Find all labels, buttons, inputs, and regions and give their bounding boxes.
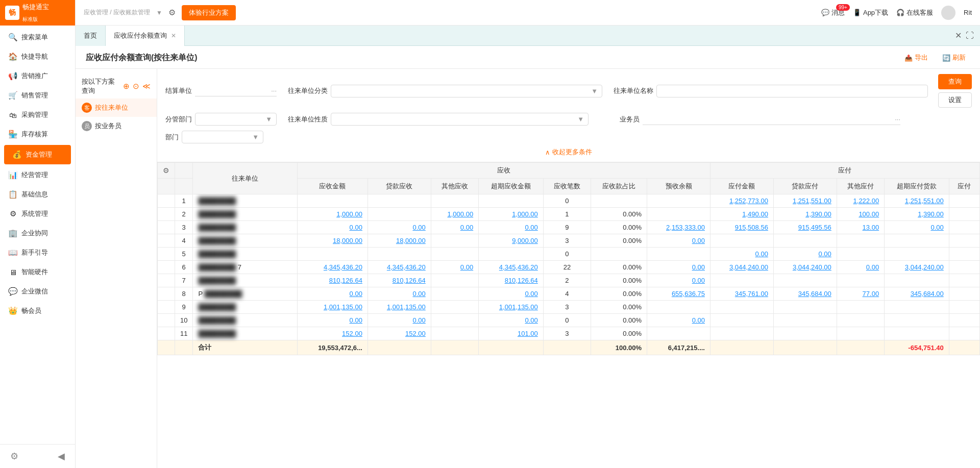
- cell-ar-amount[interactable]: 810,126.64: [298, 274, 368, 287]
- cell-ar-other[interactable]: [431, 194, 478, 208]
- collapse-more-button[interactable]: ∧ 收起更多条件: [165, 147, 972, 157]
- cell-ap-other[interactable]: 77.00: [837, 287, 884, 301]
- cell-ar-other[interactable]: 1,000.00: [431, 208, 478, 221]
- cell-ar-overdue[interactable]: 9,000.00: [479, 234, 544, 248]
- sidebar-item-operation[interactable]: 📊 经营管理: [0, 165, 75, 185]
- cell-ar-loan[interactable]: 0.00: [368, 221, 431, 234]
- export-button[interactable]: 📤 导出: [900, 51, 932, 64]
- cell-ar-other[interactable]: [431, 234, 478, 248]
- cell-ar-overdue[interactable]: 810,126.64: [479, 274, 544, 287]
- online-service-button[interactable]: 🎧 在线客服: [896, 8, 933, 17]
- partner-category-select[interactable]: ▼: [331, 85, 602, 97]
- cell-ap-loan[interactable]: 1,390.00: [773, 208, 837, 221]
- sidebar-item-basic-info[interactable]: 📋 基础信息: [0, 185, 75, 204]
- partner-nature-select[interactable]: ▼: [331, 113, 589, 126]
- cell-ap-loan[interactable]: 345,684.00: [773, 287, 837, 301]
- cell-ar-amount[interactable]: [298, 194, 368, 208]
- cell-prepay[interactable]: [647, 194, 710, 208]
- cell-ar-overdue[interactable]: 1,001,135.00: [479, 301, 544, 314]
- cell-ap-loan[interactable]: 1,251,551.00: [773, 194, 837, 208]
- username[interactable]: Rit: [964, 9, 972, 16]
- cell-ar-amount[interactable]: 0.00: [298, 287, 368, 301]
- sidebar-item-purchase[interactable]: 🛍 采购管理: [0, 105, 75, 125]
- sidebar-item-quick-nav[interactable]: 🏠 快捷导航: [0, 47, 75, 66]
- sidebar-item-search[interactable]: 🔍 搜索菜单: [0, 28, 75, 47]
- cell-ar-amount[interactable]: 152.00: [298, 327, 368, 340]
- cell-ar-overdue[interactable]: [479, 194, 544, 208]
- cell-ar-overdue[interactable]: 0.00: [479, 287, 544, 301]
- sidebar-item-guide[interactable]: 📖 新手引导: [0, 243, 75, 262]
- cell-ap-overdue[interactable]: 3,044,240.00: [885, 261, 949, 274]
- cell-prepay[interactable]: 2,153,333.00: [647, 221, 710, 234]
- partner-name-input[interactable]: [656, 85, 928, 97]
- sidebar-item-finance[interactable]: 💰 资金管理: [4, 145, 71, 164]
- cell-ar-amount[interactable]: 18,000.00: [298, 234, 368, 248]
- cell-ar-loan[interactable]: [368, 208, 431, 221]
- sidebar-item-system[interactable]: ⚙ 系统管理: [0, 204, 75, 224]
- cell-prepay[interactable]: 0.00: [647, 234, 710, 248]
- cell-ap-overdue[interactable]: 1,251,551.00: [885, 194, 949, 208]
- breadcrumb-chevron[interactable]: ▼: [156, 9, 162, 16]
- cell-ap-amount[interactable]: 0.00: [710, 248, 773, 261]
- cell-ap-amount[interactable]: 345,761.00: [710, 287, 773, 301]
- cell-ar-overdue[interactable]: 0.00: [479, 221, 544, 234]
- app-download-button[interactable]: 📱 App下载: [853, 8, 888, 17]
- cell-ar-loan[interactable]: 1,001,135.00: [368, 301, 431, 314]
- scheme-by-partner[interactable]: 客 按往来单位: [76, 98, 157, 117]
- user-avatar[interactable]: [941, 6, 955, 20]
- scheme-collapse-icon[interactable]: ≪: [142, 82, 151, 91]
- cell-ar-loan[interactable]: 0.00: [368, 287, 431, 301]
- cell-ap-loan[interactable]: 3,044,240.00: [773, 261, 837, 274]
- sidebar-collapse-button[interactable]: ◀: [58, 451, 65, 462]
- sidebar-item-hardware[interactable]: 🖥 智能硬件: [0, 262, 75, 282]
- sidebar-item-member[interactable]: 👑 畅会员: [0, 301, 75, 321]
- cell-ar-loan[interactable]: 18,000.00: [368, 234, 431, 248]
- refresh-button[interactable]: 🔄 刷新: [938, 51, 970, 64]
- tab-fullscreen-icon[interactable]: ⛶: [966, 31, 974, 40]
- cell-ap-other[interactable]: 1,222.00: [837, 194, 884, 208]
- table-settings-icon[interactable]: ⚙: [163, 166, 169, 175]
- cell-ap-other[interactable]: 0.00: [837, 261, 884, 274]
- cell-ar-loan[interactable]: [368, 194, 431, 208]
- tab-home[interactable]: 首页: [76, 26, 106, 46]
- cell-ar-amount[interactable]: 1,001,135.00: [298, 301, 368, 314]
- cell-ap-loan[interactable]: 0.00: [773, 248, 837, 261]
- cell-ar-loan[interactable]: 810,126.64: [368, 274, 431, 287]
- sidebar-item-wechat[interactable]: 💬 企业微信: [0, 282, 75, 301]
- add-scheme-icon[interactable]: ⊕: [123, 82, 130, 91]
- sidebar-gear-button[interactable]: ⚙: [10, 451, 18, 462]
- tab-close-icon[interactable]: ✕: [171, 32, 176, 39]
- cell-ar-loan[interactable]: 4,345,436.20: [368, 261, 431, 274]
- cell-ar-overdue[interactable]: 0.00: [479, 314, 544, 327]
- scheme-by-salesperson[interactable]: 员 按业务员: [76, 117, 157, 135]
- sidebar-item-enterprise[interactable]: 🏢 企业协同: [0, 224, 75, 243]
- cell-prepay[interactable]: [647, 208, 710, 221]
- tab-close-window-icon[interactable]: ✕: [955, 31, 962, 40]
- cell-ap-loan[interactable]: 915,495.56: [773, 221, 837, 234]
- cell-ap-amount[interactable]: 3,044,240.00: [710, 261, 773, 274]
- sidebar-item-marketing[interactable]: 📢 营销推广: [0, 66, 75, 86]
- promo-button[interactable]: 体验行业方案: [182, 5, 236, 20]
- cell-ar-other[interactable]: 0.00: [431, 221, 478, 234]
- cell-ar-overdue[interactable]: 101.00: [479, 327, 544, 340]
- cell-ar-overdue[interactable]: 1,000.00: [479, 208, 544, 221]
- cell-prepay[interactable]: 0.00: [647, 274, 710, 287]
- cell-ar-amount[interactable]: 1,000.00: [298, 208, 368, 221]
- settlement-unit-input-wrap[interactable]: ···: [195, 85, 277, 96]
- salesperson-dots[interactable]: ···: [895, 115, 900, 123]
- cell-ar-amount[interactable]: 4,345,436.20: [298, 261, 368, 274]
- tab-query[interactable]: 应收应付余额查询 ✕: [106, 26, 185, 46]
- cell-ar-loan[interactable]: 152.00: [368, 327, 431, 340]
- scheme-settings-icon[interactable]: ⊙: [133, 82, 139, 91]
- sidebar-item-sales[interactable]: 🛒 销售管理: [0, 86, 75, 105]
- managing-dept-select[interactable]: ▼: [195, 113, 277, 126]
- cell-prepay[interactable]: 0.00: [647, 261, 710, 274]
- cell-prepay[interactable]: 655,636.75: [647, 287, 710, 301]
- cell-ap-overdue[interactable]: 345,684.00: [885, 287, 949, 301]
- cell-ar-other[interactable]: 0.00: [431, 261, 478, 274]
- cell-ap-other[interactable]: 100.00: [837, 208, 884, 221]
- message-button[interactable]: 💬 消息 99+: [821, 8, 845, 17]
- header-gear-icon[interactable]: ⚙: [168, 8, 176, 17]
- sidebar-item-inventory[interactable]: 🏪 库存核算: [0, 125, 75, 144]
- cell-ap-overdue[interactable]: 0.00: [885, 221, 949, 234]
